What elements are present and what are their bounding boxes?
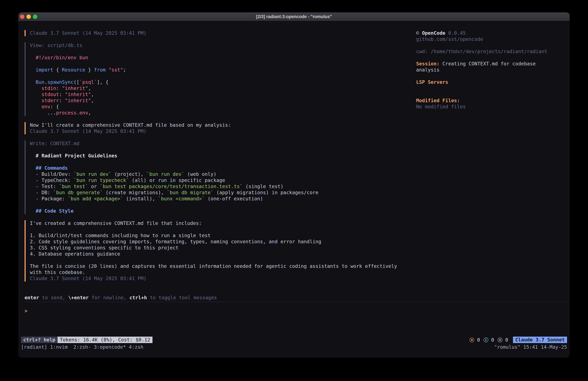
input-empty-space: [18, 314, 570, 336]
desktop-background: [2/3] radiant:3:opencode - "romulus" Cla…: [0, 0, 588, 381]
line: stdout: "inherit",: [30, 91, 416, 97]
line: Write: CONTEXT.md: [30, 140, 416, 147]
line: Modified Files:: [416, 97, 564, 104]
line: 3. CSS styling conventions specific to t…: [30, 245, 416, 251]
line: [30, 202, 416, 208]
line: Claude 3.7 Sonnet (14 May 2025 03:41 PM): [30, 128, 416, 134]
input-separator: [24, 302, 566, 302]
line: [416, 42, 564, 48]
line: 1. Build/lint/test commands including ho…: [30, 232, 416, 239]
line: ...process.env,: [30, 110, 416, 116]
chat-area: Claude 3.7 Sonnet (14 May 2025 03:41 PM)…: [24, 30, 416, 295]
line: The file is concise (20 lines) and captu…: [30, 263, 416, 269]
model-badge[interactable]: Claude 3.7 Sonnet: [513, 336, 567, 343]
line: LSP Servers: [416, 79, 564, 85]
chat-block-assistant-message: Now I'll create a comprehensive CONTEXT.…: [24, 122, 416, 134]
line: import { Resource } from "sst";: [30, 67, 416, 73]
line: [30, 226, 416, 232]
line: [416, 91, 564, 97]
prompt-caret: >: [24, 308, 27, 314]
line: [30, 61, 416, 67]
line: © OpenCode 0.0.45: [416, 30, 564, 36]
chat-block-assistant-message: I've created a comprehensive CONTEXT.md …: [24, 220, 416, 282]
line: - Test: `bun test` or `bun test packages…: [30, 183, 416, 190]
tmux-status-bar: [radiant] 1:nvim 2:zsh- 3:opencode* 4:zs…: [21, 344, 567, 350]
chat-block-assistant-header: Claude 3.7 Sonnet (14 May 2025 03:41 PM): [24, 30, 416, 36]
i-circle-icon: I: [483, 337, 488, 342]
tmux-host-clock: "romulus" 15:41 14-May-25: [494, 344, 567, 350]
close-button[interactable]: [20, 15, 24, 19]
line: ## Code Style: [30, 208, 416, 214]
line: [30, 147, 416, 153]
diagnostic-count: 0: [488, 337, 494, 343]
window-title: [2/3] radiant:3:opencode - "romulus": [18, 14, 570, 19]
line: analysis: [416, 67, 564, 73]
line: Claude 3.7 Sonnet (14 May 2025 03:41 PM): [30, 275, 416, 282]
line: - Package: `bun add <package>` (install)…: [30, 196, 416, 202]
opencode-tui[interactable]: Claude 3.7 Sonnet (14 May 2025 03:41 PM)…: [18, 21, 570, 358]
diagnostic-h: H 0: [498, 337, 508, 343]
zoom-button[interactable]: [33, 15, 37, 19]
line: [30, 73, 416, 79]
line: Bun.spawnSync([`psql`], {: [30, 79, 416, 85]
line: - Build/Dev: `bun run dev` (project), `b…: [30, 171, 416, 177]
line: github.com/sst/opencode: [416, 36, 564, 42]
diagnostics: W 0I 0H 0: [466, 337, 508, 343]
line: [416, 73, 564, 79]
tokens-cost-badge: Tokens: 16.4K (8%), Cost: $0.12: [58, 336, 152, 343]
session-sidebar: © OpenCode 0.0.45github.com/sst/opencode…: [416, 30, 564, 295]
line: with this codebase.: [30, 269, 416, 275]
line: Now I'll create a comprehensive CONTEXT.…: [30, 122, 416, 128]
window-titlebar[interactable]: [2/3] radiant:3:opencode - "romulus": [18, 12, 570, 21]
window-bottom-padding: [18, 350, 570, 358]
line: # Radiant Project Guidelines: [30, 153, 416, 159]
line: cwd: /home/thdxr/dev/projects/radiant/ra…: [416, 48, 564, 55]
diagnostic-w: W 0: [470, 337, 480, 343]
terminal-window: [2/3] radiant:3:opencode - "romulus" Cla…: [18, 12, 570, 358]
status-bar: ctrl+? help Tokens: 16.4K (8%), Cost: $0…: [21, 336, 567, 343]
diagnostic-count: 0: [502, 337, 508, 343]
diagnostic-i: I 0: [483, 337, 494, 343]
traffic-lights: [20, 15, 37, 19]
h-circle-icon: H: [498, 337, 502, 342]
line: ## Commands: [30, 165, 416, 171]
help-badge[interactable]: ctrl+? help: [21, 336, 58, 343]
line: View: script/db.ts: [30, 42, 416, 48]
line: 4. Database operations guidance: [30, 251, 416, 257]
line: stderr: "inherit",: [30, 97, 416, 104]
chat-block-tool-write: Write: CONTEXT.md # Radiant Project Guid…: [24, 140, 416, 214]
chat-block-tool-view: View: script/db.ts #!/usr/bin/env bun im…: [24, 42, 416, 116]
line: Claude 3.7 Sonnet (14 May 2025 03:41 PM): [30, 30, 416, 36]
line: [30, 48, 416, 55]
line: [416, 85, 564, 91]
line: - DB: `bun db generate` (create migratio…: [30, 190, 416, 196]
line: stdin: "inherit",: [30, 85, 416, 91]
line: No modified files: [416, 104, 564, 110]
minimize-button[interactable]: [26, 15, 31, 19]
main-row: Claude 3.7 Sonnet (14 May 2025 03:41 PM)…: [18, 21, 570, 295]
line: #!/usr/bin/env bun: [30, 55, 416, 61]
line: Session: Creating CONTEXT.md for codebas…: [416, 61, 564, 67]
line: env: {: [30, 104, 416, 110]
line: [30, 257, 416, 263]
w-circle-icon: W: [470, 337, 474, 342]
line: [30, 159, 416, 165]
line: [416, 55, 564, 61]
tmux-session-windows[interactable]: [radiant] 1:nvim 2:zsh- 3:opencode* 4:zs…: [21, 344, 144, 350]
line: - TypeCheck: `bun run typecheck` (all) o…: [30, 177, 416, 183]
input-hint: enter to send, \+enter for newline, ctrl…: [18, 295, 570, 301]
line: I've created a comprehensive CONTEXT.md …: [30, 220, 416, 226]
diagnostic-count: 0: [474, 337, 480, 343]
line: 2. Code style guidelines covering import…: [30, 239, 416, 245]
prompt-input[interactable]: >: [18, 308, 570, 314]
